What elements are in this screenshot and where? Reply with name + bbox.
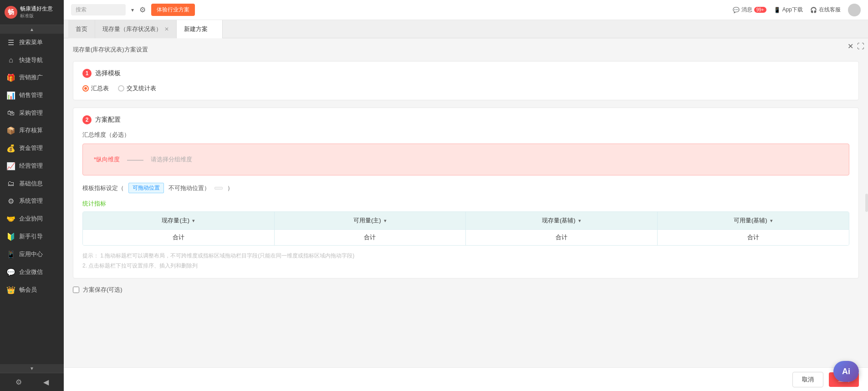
sidebar-item-sales[interactable]: 📊 销售管理 <box>0 87 64 104</box>
app-name: 畅康通好生意 <box>20 5 53 13</box>
sidebar-item-operations[interactable]: 📈 经营管理 <box>0 157 64 175</box>
purchase-icon: 🛍 <box>6 109 15 117</box>
tab-inventory-label: 现存量（库存状况表） <box>102 25 162 33</box>
sidebar-item-guide[interactable]: 🔰 新手引导 <box>0 228 64 246</box>
message-label: 消息 <box>741 6 752 14</box>
user-avatar[interactable] <box>848 4 861 16</box>
col-1-dropdown-icon[interactable]: ▾ <box>384 218 387 224</box>
sidebar-nav: ☰ 搜索菜单 ⌂ 快捷导航 🎁 营销推广 📊 销售管理 🛍 采购管理 📦 库存核… <box>0 34 64 364</box>
close-window-btn[interactable]: ✕ <box>848 42 853 51</box>
col-header-2[interactable]: 现存量(基辅) ▾ <box>466 212 658 229</box>
sidebar-item-label: 基础信息 <box>19 180 43 188</box>
sidebar-item-cooperation[interactable]: 🤝 企业协同 <box>0 210 64 228</box>
ai-bubble[interactable]: Ai <box>833 361 859 382</box>
col-cell-1: 合计 <box>275 229 466 245</box>
col-0-dropdown-icon[interactable]: ▾ <box>192 218 195 224</box>
radio-cross-circle <box>118 85 124 92</box>
sidebar-item-marketing[interactable]: 🎁 营销推广 <box>0 69 64 87</box>
sidebar-item-app-center[interactable]: 📱 应用中心 <box>0 246 64 263</box>
tab-inventory-status[interactable]: 现存量（库存状况表） ✕ <box>95 20 177 38</box>
col-header-0-label: 现存量(主) <box>162 216 189 225</box>
basic-info-icon: 🗂 <box>6 180 15 188</box>
message-badge: 99+ <box>754 7 766 13</box>
radio-summary-label: 汇总表 <box>91 84 109 93</box>
save-option: 方案保存(可选) <box>73 286 859 294</box>
sidebar-item-label: 应用中心 <box>19 250 43 258</box>
sidebar-scroll-down[interactable]: ▼ <box>0 364 64 373</box>
sidebar-item-purchase[interactable]: 🛍 采购管理 <box>0 104 64 122</box>
radio-summary[interactable]: 汇总表 <box>82 84 109 93</box>
dimension-field-label: 汇总维度（必选） <box>82 131 849 139</box>
col-header-3-label: 可用量(基辅) <box>734 216 767 225</box>
indicator-settings: 模板指标设定（ 可拖动位置 不可拖动位置） ） <box>82 183 849 193</box>
sidebar-item-label: 畅会员 <box>19 286 37 294</box>
tab-inventory-close[interactable]: ✕ <box>164 26 169 32</box>
sidebar-item-system[interactable]: ⚙ 系统管理 <box>0 192 64 210</box>
stats-table-header: 现存量(主) ▾ 可用量(主) ▾ 现存量(基辅) ▾ 可用量(基辅) <box>83 212 849 229</box>
topbar-dropdown[interactable]: ▾ <box>131 7 134 13</box>
content-area: ✕ ⛶ 现存量(库存状况表)方案设置 1 选择模板 汇总表 交叉统计表 <box>64 38 868 367</box>
tab-new-label: 新建方案 <box>184 25 208 33</box>
sidebar-scroll-up[interactable]: ▲ <box>0 25 64 34</box>
main-area: 搜索 ▾ ⚙ 体验行业方案 💬 消息 99+ 📱 App下载 🎧 在线客服 首页 <box>64 0 868 391</box>
sidebar-item-quick-nav[interactable]: ⌂ 快捷导航 <box>0 51 64 69</box>
col-header-1-label: 可用量(主) <box>353 216 381 225</box>
stats-section: 统计指标 现存量(主) ▾ 可用量(主) ▾ 现存量(基辅) <box>82 200 849 246</box>
step1-title: 选择模板 <box>95 69 121 77</box>
topbar-gear-icon[interactable]: ⚙ <box>139 5 146 14</box>
system-icon: ⚙ <box>6 197 15 206</box>
message-item[interactable]: 💬 消息 99+ <box>733 6 766 14</box>
topbar-search: 搜索 <box>71 4 126 15</box>
settings-footer-icon[interactable]: ⚙ <box>15 378 22 386</box>
tab-new-plan[interactable]: 新建方案 ✕ <box>177 20 223 38</box>
online-service-label: 在线客服 <box>819 6 841 14</box>
step2-card: 2 方案配置 汇总维度（必选） *纵向维度 —— 请选择分组维度 模板指标设定（… <box>73 108 859 278</box>
col-3-dropdown-icon[interactable]: ▾ <box>770 218 773 224</box>
sidebar-item-label: 企业协同 <box>19 215 43 223</box>
indicator-label: 模板指标设定（ 可拖动位置 不可拖动位置） ） <box>82 183 849 193</box>
col-header-3[interactable]: 可用量(基辅) ▾ <box>658 212 849 229</box>
app-download-label: App下载 <box>782 6 803 14</box>
col-header-2-label: 现存量(基辅) <box>542 216 576 225</box>
expand-window-btn[interactable]: ⛶ <box>857 42 864 51</box>
sidebar-item-label: 资金管理 <box>19 144 43 152</box>
resize-handle[interactable] <box>865 194 868 212</box>
dimension-area[interactable]: *纵向维度 —— 请选择分组维度 <box>82 144 849 175</box>
sidebar-item-label: 新手引导 <box>19 232 43 241</box>
col-2-dropdown-icon[interactable]: ▾ <box>578 218 581 224</box>
sidebar-item-inventory[interactable]: 📦 库存核算 <box>0 122 64 139</box>
online-service-item[interactable]: 🎧 在线客服 <box>810 6 841 14</box>
indicator-settings-text: 模板指标设定（ <box>82 184 124 192</box>
sidebar-item-member[interactable]: 👑 畅会员 <box>0 281 64 299</box>
dimension-arrow: —— <box>127 155 143 165</box>
quick-nav-icon: ⌂ <box>6 56 15 64</box>
col-header-0[interactable]: 现存量(主) ▾ <box>83 212 275 229</box>
sidebar-item-label: 企业微信 <box>19 268 43 276</box>
trial-btn[interactable]: 体验行业方案 <box>151 4 195 16</box>
app-sub: 标准版 <box>20 13 53 19</box>
cancel-button[interactable]: 取消 <box>792 372 823 387</box>
sidebar-item-wechat[interactable]: 💬 企业微信 <box>0 263 64 281</box>
save-checkbox[interactable] <box>73 287 79 293</box>
dimension-required-label: *纵向维度 <box>94 155 120 164</box>
window-controls: ✕ ⛶ <box>848 42 864 51</box>
app-download-item[interactable]: 📱 App下载 <box>774 6 803 14</box>
app-download-icon: 📱 <box>774 7 781 13</box>
operations-icon: 📈 <box>6 162 15 170</box>
sidebar-item-search-menu[interactable]: ☰ 搜索菜单 <box>0 34 64 51</box>
sidebar-item-basic-info[interactable]: 🗂 基础信息 <box>0 175 64 192</box>
tab-new-close[interactable]: ✕ <box>210 26 215 32</box>
col-cell-2: 合计 <box>466 229 658 245</box>
radio-cross[interactable]: 交叉统计表 <box>118 84 156 93</box>
tab-home[interactable]: 首页 <box>68 20 95 38</box>
template-radio-group: 汇总表 交叉统计表 <box>82 84 849 93</box>
dimension-placeholder: 请选择分组维度 <box>151 155 192 164</box>
sidebar-item-finance[interactable]: 💰 资金管理 <box>0 139 64 157</box>
col-header-1[interactable]: 可用量(主) ▾ <box>275 212 466 229</box>
sidebar-item-label: 库存核算 <box>19 126 43 134</box>
radio-summary-circle <box>82 85 89 92</box>
step1-card: 1 选择模板 汇总表 交叉统计表 <box>73 61 859 100</box>
tip-2: 2. 点击标题栏下拉可设置排序、插入列和删除列 <box>82 261 849 271</box>
tabbar: 首页 现存量（库存状况表） ✕ 新建方案 ✕ <box>64 20 868 38</box>
collapse-icon[interactable]: ◀ <box>43 378 49 386</box>
